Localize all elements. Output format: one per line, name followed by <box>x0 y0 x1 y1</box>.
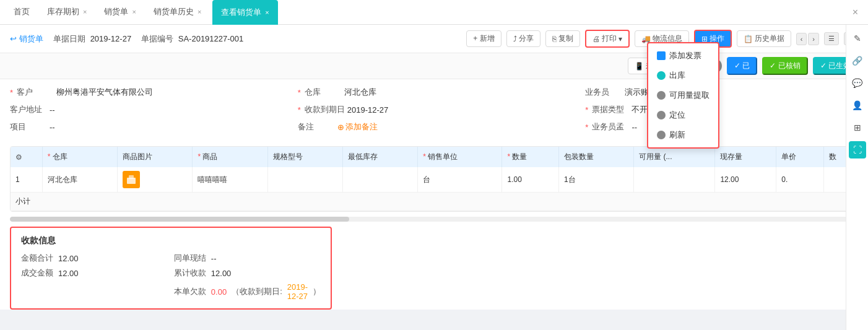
payment-section: 收款信息 金额合计 12.00 同单现结 -- 成交金额 12.00 累计收款 … <box>10 227 332 310</box>
payment-settlement-row: 同单现结 -- <box>174 253 321 264</box>
th-product: * 商品 <box>193 147 267 167</box>
add-note-button[interactable]: ⊕ 添加备注 <box>337 121 378 132</box>
nav-arrows: ‹ › <box>796 33 819 45</box>
doc-header: ↩ 销货单 单据日期 2019-12-27 单据编号 SA-20191227-0… <box>0 25 868 53</box>
tab-inventory-close[interactable]: × <box>83 8 87 15</box>
address-field: 客户地址 -- <box>10 104 283 115</box>
payment-grid: 金额合计 12.00 同单现结 -- 成交金额 12.00 累计收款 12.00… <box>21 253 321 301</box>
payment-date-field: * 收款到期日 2019-12-27 <box>298 104 571 115</box>
print-button[interactable]: 🖨 打印 ▾ <box>585 30 630 48</box>
cell-quantity: 1.00 <box>502 167 558 193</box>
confirm-icon: ✓ <box>734 61 740 70</box>
tab-bar: 首页 库存期初 × 销货单 × 销货单历史 × 查看销货单 × × <box>0 0 868 25</box>
window-close-button[interactable]: × <box>848 7 863 18</box>
tab-inventory[interactable]: 库存期初 × <box>38 0 95 25</box>
confirm-button[interactable]: ✓ 已 <box>727 57 757 75</box>
effective-icon: ✓ <box>820 61 827 70</box>
tab-sales-history[interactable]: 销货单历史 × <box>145 0 210 25</box>
th-spec: 规格型号 <box>267 147 342 167</box>
staff-field: 业务员 演示账号 <box>585 87 858 98</box>
tab-sales-history-close[interactable]: × <box>197 8 201 15</box>
share-icon: ⤴ <box>513 35 517 43</box>
sidebar-edit-icon[interactable]: ✎ <box>849 30 866 47</box>
print-dropdown-icon: ▾ <box>618 35 622 43</box>
list-view-button[interactable]: ☰ <box>824 32 839 45</box>
cell-pkg-qty: 1台 <box>558 167 633 193</box>
warehouse-field: * 仓库 河北仓库 <box>298 87 571 98</box>
th-pkg-qty: 包装数量 <box>558 147 633 167</box>
number-label: 单据编号 SA-20191227-001 <box>141 33 243 45</box>
dropdown-available-qty[interactable]: 可用量提取 <box>648 85 718 105</box>
tab-view-sales[interactable]: 查看销货单 × <box>212 0 277 25</box>
phone-icon: 📱 <box>635 62 644 71</box>
th-available: 可用量 (... <box>634 147 715 167</box>
sidebar-grid-icon[interactable]: ⊞ <box>849 119 866 136</box>
product-table: ⚙ * 仓库 商品图片 * 商品 规格型号 最低库存 * 销售单位 * 数量 包… <box>10 146 858 212</box>
sidebar-link-icon[interactable]: 🔗 <box>849 52 866 69</box>
prev-button[interactable]: ‹ <box>796 33 807 45</box>
note-field: 备注 ⊕ 添加备注 <box>298 121 571 132</box>
th-warehouse: * 仓库 <box>42 147 117 167</box>
share-button[interactable]: ⤴ 分享 <box>506 30 540 47</box>
tab-sales[interactable]: 销货单 × <box>95 0 144 25</box>
cell-spec <box>267 167 342 193</box>
dropdown-outbound[interactable]: 出库 <box>648 66 718 85</box>
payment-title: 收款信息 <box>21 235 321 246</box>
action-bar: 📱 来自手机 未开票 ✓ 已 ✓ 已核销 ✓ 已生效 <box>0 53 868 79</box>
tab-home[interactable]: 首页 <box>5 0 38 25</box>
form-section: * 客户 柳州粤港平安气体有限公司 * 仓库 河北仓库 业务员 演示账号 客户地… <box>0 79 868 146</box>
payment-total-row: 金额合计 12.00 <box>21 253 159 264</box>
customer-field: * 客户 柳州粤港平安气体有限公司 <box>10 87 283 98</box>
subtotal-label: 小计 <box>11 193 857 211</box>
history-button[interactable]: 📋 历史单据 <box>737 30 791 47</box>
cell-price: 0. <box>776 167 824 193</box>
refresh-icon <box>657 131 666 139</box>
operation-dropdown: 添加发票 出库 可用量提取 定位 刷新 <box>647 42 719 149</box>
copy-button[interactable]: ⎘ 复制 <box>545 30 580 47</box>
date-label: 单据日期 2019-12-27 <box>53 33 131 45</box>
form-row-2: 客户地址 -- * 收款到期日 2019-12-27 * 票据类型 不开票 <box>10 104 858 115</box>
th-stock: 现存量 <box>715 147 776 167</box>
sidebar-expand-icon[interactable]: ⛶ <box>849 141 866 158</box>
dropdown-add-invoice[interactable]: 添加发票 <box>648 46 718 66</box>
scroll-thumb <box>10 217 349 222</box>
horizontal-scrollbar[interactable] <box>10 217 858 222</box>
cell-sales-unit: 台 <box>418 167 502 193</box>
settings-icon[interactable]: ⚙ <box>15 153 22 162</box>
svg-rect-1 <box>129 175 134 179</box>
dropdown-locate[interactable]: 定位 <box>648 105 718 125</box>
main-content: ↩ 销货单 单据日期 2019-12-27 单据编号 SA-20191227-0… <box>0 25 868 310</box>
right-sidebar: ✎ 🔗 💬 👤 ⊞ ⛶ <box>846 25 868 315</box>
doc-title: ↩ 销货单 <box>10 33 43 45</box>
print-icon: 🖨 <box>592 35 600 43</box>
project-field: 项目 -- <box>10 121 283 132</box>
new-button[interactable]: + 新增 <box>466 30 501 47</box>
th-image: 商品图片 <box>118 147 193 167</box>
available-qty-icon <box>657 91 666 100</box>
cell-image <box>118 167 193 193</box>
cell-no: 1 <box>11 167 42 193</box>
add-invoice-icon <box>657 51 666 60</box>
subtotal-row: 小计 <box>11 193 857 211</box>
form-row-3: 项目 -- 备注 ⊕ 添加备注 * 业务员孟 -- <box>10 121 858 132</box>
copy-icon: ⎘ <box>552 35 557 43</box>
cell-min-stock <box>342 167 417 193</box>
sold-out-button[interactable]: ✓ 已核销 <box>762 57 807 75</box>
sidebar-user-icon[interactable]: 👤 <box>849 97 866 114</box>
payment-deal-row: 成交金额 12.00 <box>21 267 159 279</box>
dropdown-refresh[interactable]: 刷新 <box>648 125 718 145</box>
cell-warehouse: 河北仓库 <box>42 167 117 193</box>
payment-owed-row: 本单欠款 0.00 （收款到期日: 2019-12-27 ） <box>174 282 321 301</box>
doc-meta: 单据日期 2019-12-27 单据编号 SA-20191227-001 <box>53 33 243 45</box>
outbound-icon <box>657 71 666 80</box>
sidebar-chat-icon[interactable]: 💬 <box>849 74 866 92</box>
sales-doc-icon: ↩ <box>10 34 17 43</box>
th-settings: ⚙ <box>11 147 42 167</box>
next-button[interactable]: › <box>808 33 819 45</box>
tab-view-sales-close[interactable]: × <box>265 9 269 16</box>
tab-sales-close[interactable]: × <box>132 8 136 15</box>
cell-product: 嘻嘻嘻嘻 <box>193 167 267 193</box>
form-row-1: * 客户 柳州粤港平安气体有限公司 * 仓库 河北仓库 业务员 演示账号 <box>10 87 858 98</box>
table-row: 1 河北仓库 嘻嘻嘻嘻 台 1.00 <box>11 167 857 193</box>
th-price: 单价 <box>776 147 824 167</box>
